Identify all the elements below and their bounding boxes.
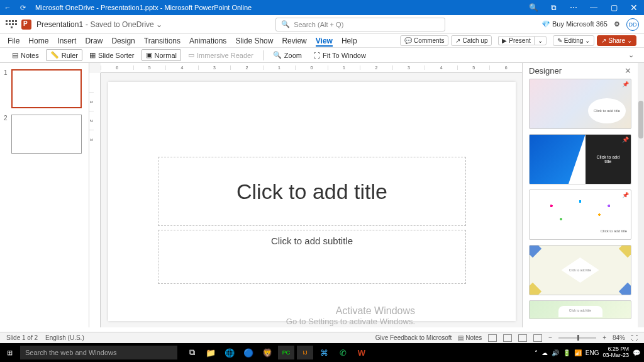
battery-icon[interactable]: 🔋 [563, 349, 570, 356]
ruler-button[interactable]: 📏 Ruler [46, 49, 82, 61]
close-button[interactable]: ✕ [624, 3, 644, 13]
volume-icon[interactable]: 🔊 [552, 349, 559, 356]
tab-draw[interactable]: Draw [85, 35, 103, 47]
comments-button[interactable]: 💬 Comments [400, 35, 448, 46]
onedrive-tray-icon[interactable]: ☁ [541, 349, 548, 356]
slide-sorter-button[interactable]: ▦ Slide Sorter [85, 49, 138, 61]
zoom-icon[interactable]: 🔍 [523, 3, 543, 12]
designer-pane: Designer ✕ 📌Click to add title 📌Click to… [522, 63, 638, 327]
title-placeholder[interactable]: Click to add title [158, 157, 466, 226]
search-icon: 🔍 [281, 20, 290, 28]
task-view-icon[interactable]: ⧉ [184, 346, 200, 359]
app-launcher-icon[interactable] [5, 18, 18, 31]
pin-icon: 📌 [622, 81, 629, 88]
search-input[interactable]: 🔍 Search (Alt + Q) [275, 18, 445, 31]
tab-help[interactable]: Help [341, 35, 357, 47]
catchup-button[interactable]: ↗ Catch up [451, 35, 492, 46]
language-status[interactable]: English (U.S.) [45, 334, 84, 341]
tab-design[interactable]: Design [111, 35, 135, 47]
start-button[interactable]: ⊞ [0, 349, 19, 357]
tab-slideshow[interactable]: Slide Show [235, 35, 273, 47]
zoom-button[interactable]: 🔍 Zoom [269, 49, 306, 61]
close-designer-icon[interactable]: ✕ [625, 66, 631, 76]
reader-icon[interactable]: ⧉ [543, 3, 564, 12]
sync-icon[interactable]: ⟳ [15, 4, 30, 12]
tab-file[interactable]: File [8, 35, 19, 47]
word-icon[interactable]: W [353, 346, 370, 359]
tab-transitions[interactable]: Transitions [144, 35, 180, 47]
minimize-button[interactable]: — [584, 3, 604, 12]
feedback-link[interactable]: Give Feedback to Microsoft [375, 334, 452, 341]
save-status[interactable]: - Saved to OneDrive ⌄ [86, 20, 162, 29]
zoom-out-button[interactable]: − [548, 334, 552, 341]
system-clock[interactable]: 6:25 PM 03-Mar-23 [602, 346, 629, 359]
ribbon-chevron-icon[interactable]: ⌄ [626, 51, 636, 59]
subtitle-placeholder[interactable]: Click to add subtitle [158, 230, 466, 284]
file-explorer-icon[interactable]: 📁 [203, 346, 219, 359]
view-reading-icon[interactable] [518, 334, 527, 342]
more-icon[interactable]: ⋯ [564, 3, 584, 12]
tab-review[interactable]: Review [282, 35, 306, 47]
brave-icon[interactable]: 🦁 [259, 346, 275, 359]
main-area: 1 2 6543210123456 123 Click to add title… [0, 63, 644, 327]
whatsapp-icon[interactable]: ✆ [335, 346, 351, 359]
present-button[interactable]: ▶ Present⌄ [494, 35, 550, 46]
zoom-in-button[interactable]: + [602, 334, 606, 341]
network-icon[interactable]: 📶 [574, 349, 582, 356]
design-suggestion-3[interactable]: 📌Click to add title [529, 189, 631, 240]
design-suggestion-2[interactable]: 📌Click to addtitle [529, 134, 631, 184]
maximize-button[interactable]: ▢ [604, 3, 624, 12]
app-header: Presentation1 - Saved to OneDrive ⌄ 🔍 Se… [0, 15, 644, 34]
fit-window-button[interactable]: ⛶ Fit To Window [309, 50, 370, 61]
slide-thumbnail-2[interactable] [11, 115, 82, 154]
slide-thumbnail-1[interactable] [11, 69, 82, 108]
vscode-icon[interactable]: ⌘ [316, 346, 332, 359]
tray-chevron-icon[interactable]: ˄ [535, 349, 538, 356]
share-button[interactable]: ↗ Share ⌄ [597, 35, 636, 46]
search-placeholder: Search (Alt + Q) [294, 21, 343, 28]
app-icon[interactable]: 🔵 [240, 346, 257, 359]
design-suggestion-1[interactable]: 📌Click to add title [529, 79, 631, 129]
notifications-icon[interactable]: 💬 [633, 349, 640, 356]
browser-titlebar: ← ⟳ Microsoft OneDrive - Presentation1.p… [0, 0, 644, 15]
slide-counter[interactable]: Slide 1 of 2 [6, 334, 38, 341]
pycharm-icon[interactable]: PC [278, 346, 294, 359]
status-bar: Slide 1 of 2 English (U.S.) Give Feedbac… [0, 332, 644, 343]
view-toolbar: ▤ Notes 📏 Ruler ▦ Slide Sorter ▣ Normal … [0, 48, 644, 63]
zoom-level[interactable]: 84% [613, 334, 625, 341]
pin-icon: 📌 [622, 137, 629, 143]
tab-view[interactable]: View [316, 35, 333, 47]
fit-icon[interactable]: ⛶ [631, 334, 638, 341]
user-avatar[interactable]: DD [626, 18, 639, 31]
back-button[interactable]: ← [0, 4, 15, 11]
taskbar-search[interactable]: Search the web and Windows [20, 346, 177, 359]
normal-view-button[interactable]: ▣ Normal [142, 49, 181, 61]
design-suggestion-5[interactable]: Click to add title [529, 300, 631, 319]
language-indicator[interactable]: ENG [586, 349, 599, 356]
divider [263, 50, 264, 60]
powerpoint-icon [21, 20, 31, 30]
buy-m365-link[interactable]: 💎 Buy Microsoft 365 [541, 20, 608, 28]
notes-toggle[interactable]: ▤ Notes [458, 334, 482, 341]
view-normal-icon[interactable] [488, 334, 497, 342]
tab-animations[interactable]: Animations [189, 35, 226, 47]
designer-title: Designer [529, 66, 562, 76]
document-name[interactable]: Presentation1 [36, 20, 83, 29]
intellij-icon[interactable]: IJ [297, 346, 313, 359]
tab-home[interactable]: Home [28, 35, 48, 47]
settings-icon[interactable]: ⚙ [614, 20, 620, 28]
ribbon-tabs: File Home Insert Draw Design Transitions… [0, 34, 644, 48]
notes-button[interactable]: ▤ Notes [8, 49, 43, 61]
horizontal-ruler: 6543210123456 [101, 63, 522, 73]
vertical-scrollbar[interactable] [638, 63, 644, 327]
slide-canvas[interactable]: Click to add title Click to add subtitle [108, 82, 516, 321]
zoom-slider[interactable] [558, 337, 596, 339]
edge-icon[interactable]: 🌐 [221, 346, 238, 359]
editing-mode-button[interactable]: ✎ Editing ⌄ [553, 35, 595, 46]
view-sorter-icon[interactable] [503, 334, 512, 342]
tab-insert[interactable]: Insert [57, 35, 76, 47]
design-suggestion-4[interactable]: Click to add title [529, 245, 631, 295]
view-slideshow-icon[interactable] [533, 334, 542, 342]
windows-taskbar: ⊞ Search the web and Windows ⧉ 📁 🌐 🔵 🦁 P… [0, 343, 644, 362]
scroll-handle[interactable] [638, 101, 643, 139]
